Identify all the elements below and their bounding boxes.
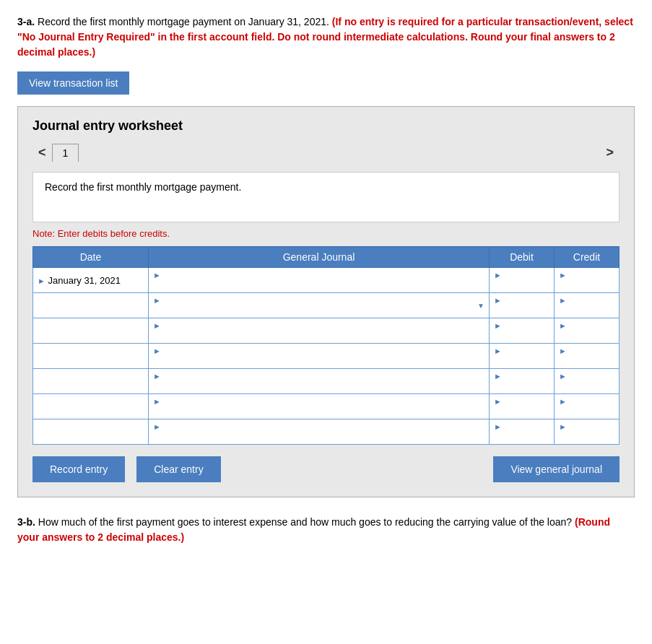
view-general-journal-button[interactable]: View general journal xyxy=(493,456,620,482)
row-arrow-7: ► xyxy=(153,422,161,431)
date-cell-5 xyxy=(33,369,149,394)
bottom-instruction: 3-b. How much of the first payment goes … xyxy=(17,515,635,545)
instruction-block: 3-a. Record the first monthly mortgage p… xyxy=(17,14,635,60)
debit-cell-5[interactable]: ► xyxy=(490,369,555,394)
debit-input-4[interactable] xyxy=(494,356,549,367)
credit-cell-3[interactable]: ► xyxy=(555,318,620,344)
debit-arrow-1: ► xyxy=(494,271,502,279)
date-cell-1: ► January 31, 2021 xyxy=(33,268,149,293)
debit-arrow-6: ► xyxy=(494,397,502,406)
debit-arrow-3: ► xyxy=(494,321,502,330)
clear-entry-button[interactable]: Clear entry xyxy=(136,456,220,482)
bottom-label: 3-b. xyxy=(17,516,35,528)
table-row: ► ▼ ► ► xyxy=(33,293,620,318)
instruction-main-text: Record the first monthly mortgage paymen… xyxy=(38,16,329,27)
credit-arrow-1: ► xyxy=(559,271,567,279)
col-header-date: Date xyxy=(33,247,149,268)
credit-cell-4[interactable]: ► xyxy=(555,344,620,369)
row-indicator: ► xyxy=(38,277,45,285)
table-row: ► ► ► xyxy=(33,318,620,344)
credit-cell-6[interactable]: ► xyxy=(555,394,620,419)
credit-cell-1[interactable]: ► xyxy=(555,268,620,293)
credit-cell-2[interactable]: ► xyxy=(555,293,620,318)
instruction-label: 3-a. xyxy=(17,16,35,27)
buttons-row: Record entry Clear entry View general jo… xyxy=(32,456,620,482)
table-row: ► ► ► xyxy=(33,344,620,369)
row-arrow-3: ► xyxy=(153,321,161,330)
note-text: Note: Enter debits before credits. xyxy=(32,228,620,239)
credit-input-5[interactable] xyxy=(559,381,614,392)
debit-cell-3[interactable]: ► xyxy=(490,318,555,344)
view-transaction-button[interactable]: View transaction list xyxy=(17,71,129,95)
credit-arrow-4: ► xyxy=(559,347,567,355)
debit-cell-2[interactable]: ► xyxy=(490,293,555,318)
journal-table: Date General Journal Debit Credit ► Janu… xyxy=(32,246,620,445)
credit-cell-7[interactable]: ► xyxy=(555,419,620,445)
credit-input-2[interactable] xyxy=(559,305,614,316)
journal-cell-6[interactable]: ► xyxy=(149,394,490,419)
date-cell-7 xyxy=(33,419,149,445)
journal-input-1[interactable] xyxy=(153,280,484,291)
table-row: ► ► ► xyxy=(33,394,620,419)
journal-cell-5[interactable]: ► xyxy=(149,369,490,394)
table-row: ► January 31, 2021 ► ► ► xyxy=(33,268,620,293)
debit-input-3[interactable] xyxy=(494,331,549,341)
date-cell-6 xyxy=(33,394,149,419)
credit-arrow-3: ► xyxy=(559,321,567,330)
journal-cell-1[interactable]: ► xyxy=(149,268,490,293)
row-arrow-2: ► xyxy=(153,296,161,305)
debit-arrow-7: ► xyxy=(494,422,502,431)
journal-cell-2[interactable]: ► ▼ xyxy=(149,293,490,318)
description-text: Record the first monthly mortgage paymen… xyxy=(45,181,241,193)
debit-input-2[interactable] xyxy=(494,305,549,316)
journal-cell-7[interactable]: ► xyxy=(149,419,490,445)
journal-input-6[interactable] xyxy=(153,406,484,417)
date-value-1: January 31, 2021 xyxy=(48,275,121,286)
col-header-journal: General Journal xyxy=(149,247,490,268)
record-entry-button[interactable]: Record entry xyxy=(32,456,125,482)
tab-navigation: < 1 > xyxy=(32,142,620,163)
journal-input-7[interactable] xyxy=(153,432,484,443)
bottom-main-text: How much of the first payment goes to in… xyxy=(38,516,572,528)
prev-tab-button[interactable]: < xyxy=(32,142,52,163)
journal-input-5[interactable] xyxy=(153,381,484,392)
credit-input-1[interactable] xyxy=(559,280,614,291)
debit-cell-7[interactable]: ► xyxy=(490,419,555,445)
journal-cell-3[interactable]: ► xyxy=(149,318,490,344)
credit-input-7[interactable] xyxy=(559,432,614,443)
debit-input-7[interactable] xyxy=(494,432,549,443)
date-cell-3 xyxy=(33,318,149,344)
credit-input-3[interactable] xyxy=(559,331,614,341)
debit-arrow-4: ► xyxy=(494,347,502,355)
credit-arrow-5: ► xyxy=(559,372,567,380)
debit-cell-6[interactable]: ► xyxy=(490,394,555,419)
tab-number[interactable]: 1 xyxy=(52,144,79,162)
debit-input-6[interactable] xyxy=(494,406,549,417)
debit-cell-1[interactable]: ► xyxy=(490,268,555,293)
journal-cell-4[interactable]: ► xyxy=(149,344,490,369)
worksheet-title: Journal entry worksheet xyxy=(32,118,620,134)
debit-cell-4[interactable]: ► xyxy=(490,344,555,369)
journal-input-3[interactable] xyxy=(153,331,484,341)
description-box: Record the first monthly mortgage paymen… xyxy=(32,172,620,222)
debit-input-5[interactable] xyxy=(494,381,549,392)
worksheet-container: Journal entry worksheet < 1 > Record the… xyxy=(17,106,635,497)
row-arrow-1: ► xyxy=(153,271,161,279)
debit-arrow-5: ► xyxy=(494,372,502,380)
credit-cell-5[interactable]: ► xyxy=(555,369,620,394)
col-header-credit: Credit xyxy=(555,247,620,268)
col-header-debit: Debit xyxy=(490,247,555,268)
credit-input-6[interactable] xyxy=(559,406,614,417)
table-row: ► ► ► xyxy=(33,369,620,394)
journal-input-2[interactable] xyxy=(153,305,484,316)
debit-input-1[interactable] xyxy=(494,280,549,291)
journal-input-4[interactable] xyxy=(153,356,484,367)
credit-input-4[interactable] xyxy=(559,356,614,367)
next-tab-button[interactable]: > xyxy=(600,142,620,163)
row-arrow-6: ► xyxy=(153,397,161,406)
table-row: ► ► ► xyxy=(33,419,620,445)
date-cell-2 xyxy=(33,293,149,318)
date-cell-4 xyxy=(33,344,149,369)
row-arrow-5: ► xyxy=(153,372,161,380)
credit-arrow-6: ► xyxy=(559,397,567,406)
